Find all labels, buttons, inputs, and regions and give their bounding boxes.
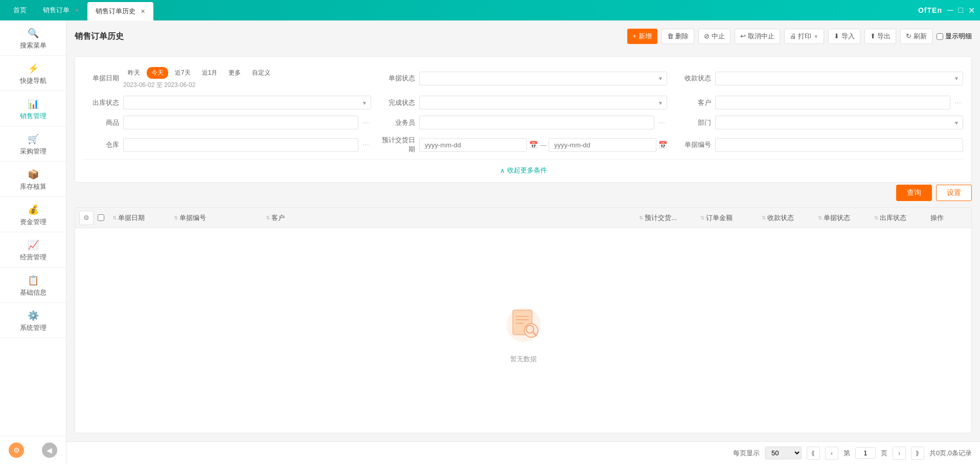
warehouse-label: 仓库 <box>83 140 119 149</box>
sort-icon-order-amount[interactable]: ⇅ <box>700 215 704 220</box>
top-bar: 首页 销售订单 ✕ 销售订单历史 ✕ OfTEn ─ □ ✕ <box>0 0 980 20</box>
customer-more-icon[interactable]: ··· <box>952 98 963 107</box>
show-detail-checkbox[interactable] <box>937 33 943 40</box>
select-all-checkbox[interactable] <box>98 214 104 221</box>
tab-sales-order-history[interactable]: 销售订单历史 ✕ <box>87 2 153 20</box>
calendar-icon-end[interactable]: 📅 <box>658 141 667 149</box>
expected-date-end[interactable] <box>549 138 656 152</box>
collapse-more-btn[interactable]: ∧ 收起更多条件 <box>83 163 963 175</box>
import-button[interactable]: ⬇ 导入 <box>828 29 860 44</box>
sort-icon-out-status[interactable]: ⇅ <box>874 215 878 220</box>
page-last-button[interactable]: ⟫ <box>911 447 924 460</box>
calendar-icon-start[interactable]: 📅 <box>529 141 538 149</box>
window-close[interactable]: ✕ <box>968 6 975 15</box>
receipt-status-select[interactable] <box>715 72 963 85</box>
customer-input[interactable] <box>715 96 950 109</box>
sidebar-settings-icon[interactable]: ⚙ <box>9 443 24 458</box>
export-button[interactable]: ⬆ 导出 <box>864 29 897 44</box>
product-more-icon[interactable]: ··· <box>360 118 371 127</box>
cancel-stop-button[interactable]: ↩ 取消中止 <box>735 29 780 44</box>
delete-button[interactable]: 🗑 删除 <box>662 29 695 44</box>
page-size-label: 每页显示 <box>733 449 760 458</box>
filter-row-1: 单据日期 昨天 今天 近7天 近1月 更多 自定义 <box>83 64 963 93</box>
sort-icon-doc-date[interactable]: ⇅ <box>112 215 117 220</box>
sort-icon-customer[interactable]: ⇅ <box>266 215 270 220</box>
collapse-arrow-icon: ∧ <box>500 167 505 174</box>
col-doc-date: ⇅ 单据日期 <box>108 213 170 223</box>
salesperson-more-icon[interactable]: ··· <box>656 118 667 127</box>
doc-status-control <box>419 72 667 85</box>
expected-date-control: 📅 — 📅 <box>419 138 667 152</box>
customer-label: 客户 <box>675 98 711 107</box>
basic-info-icon: 📋 <box>28 275 39 286</box>
sidebar-item-sales-mgmt[interactable]: 📊 销售管理 <box>0 91 66 126</box>
sort-icon-expected-date[interactable]: ⇅ <box>639 215 643 220</box>
sort-icon-doc-status[interactable]: ⇅ <box>818 215 822 220</box>
warehouse-input[interactable] <box>123 138 358 152</box>
sidebar-item-funds-mgmt[interactable]: 💰 资金管理 <box>0 197 66 232</box>
page-title: 销售订单历史 <box>75 31 124 42</box>
filter-cell-doc-date: 单据日期 昨天 今天 近7天 近1月 更多 自定义 <box>83 64 371 93</box>
window-maximize[interactable]: □ <box>958 6 963 15</box>
col-order-amount: ⇅ 订单金额 <box>696 213 758 223</box>
sidebar-item-sys-mgmt[interactable]: ⚙️ 系统管理 <box>0 303 66 338</box>
sidebar-item-quick-nav[interactable]: ⚡ 快捷导航 <box>0 56 66 91</box>
page-prev-button[interactable]: ‹ <box>825 447 838 460</box>
window-minimize[interactable]: ─ <box>947 6 953 15</box>
date-tag-1month[interactable]: 近1月 <box>197 67 222 79</box>
refresh-button[interactable]: ↻ 刷新 <box>900 29 932 44</box>
doc-number-input[interactable] <box>715 138 963 152</box>
print-dropdown-icon: ▼ <box>813 34 818 39</box>
sidebar-item-basic-info[interactable]: 📋 基础信息 <box>0 268 66 303</box>
inventory-calc-icon: 📦 <box>28 169 39 180</box>
filter-cell-receipt-status: 收款状态 <box>675 64 963 93</box>
date-range-text: 2023-06-02 至 2023-06-02 <box>123 81 275 90</box>
complete-status-label: 完成状态 <box>379 98 415 107</box>
page-first-button[interactable]: ⟪ <box>807 447 820 460</box>
search-button[interactable]: 查询 <box>896 185 932 201</box>
sidebar-item-ops-mgmt[interactable]: 📈 经营管理 <box>0 232 66 268</box>
show-detail-checkbox-label[interactable]: 显示明细 <box>937 32 972 41</box>
date-tag-group: 昨天 今天 近7天 近1月 更多 自定义 <box>123 67 275 79</box>
dept-control <box>715 116 963 129</box>
product-control: ··· <box>123 116 371 129</box>
settings-button[interactable]: 设置 <box>936 185 972 201</box>
doc-status-select[interactable] <box>419 72 667 85</box>
sort-icon-receipt-status[interactable]: ⇅ <box>762 215 766 220</box>
col-customer: ⇅ 客户 <box>262 213 635 223</box>
salesperson-input[interactable] <box>419 116 654 129</box>
sidebar: 🔍 搜索菜单 ⚡ 快捷导航 📊 销售管理 🛒 采购管理 📦 库存核算 💰 资金管… <box>0 20 66 464</box>
complete-status-select[interactable] <box>419 96 667 109</box>
warehouse-more-icon[interactable]: ··· <box>360 140 371 149</box>
sidebar-item-purchase-mgmt[interactable]: 🛒 采购管理 <box>0 126 66 162</box>
dept-select[interactable] <box>715 116 963 129</box>
page-number-input[interactable] <box>855 447 876 459</box>
date-tag-today[interactable]: 今天 <box>147 67 168 79</box>
page-next-button[interactable]: › <box>893 447 906 460</box>
page-content: 销售订单历史 + 新增 🗑 删除 ⊘ 中止 ↩ 取消中止 🖨 打印 ▼ ⬇ 导入… <box>66 20 980 441</box>
sidebar-collapse-icon[interactable]: ◀ <box>42 443 57 458</box>
date-tag-7days[interactable]: 近7天 <box>170 67 195 79</box>
print-button[interactable]: 🖨 打印 ▼ <box>784 29 825 44</box>
tab-home[interactable]: 首页 <box>5 0 35 20</box>
empty-illustration <box>498 297 549 348</box>
sort-icon-doc-number[interactable]: ⇅ <box>174 215 178 220</box>
sidebar-item-inventory-calc[interactable]: 📦 库存核算 <box>0 162 66 197</box>
date-tag-yesterday[interactable]: 昨天 <box>123 67 145 79</box>
table-body: 暂无数据 <box>75 228 971 433</box>
tab-sales-order[interactable]: 销售订单 ✕ <box>35 0 87 20</box>
sidebar-item-search-menu[interactable]: 🔍 搜索菜单 <box>0 20 66 56</box>
tab-sales-order-close[interactable]: ✕ <box>75 7 79 14</box>
page-size-select[interactable]: 10 20 50 100 <box>765 447 802 459</box>
table-gear-button[interactable]: ⚙ <box>79 211 94 225</box>
date-tag-more[interactable]: 更多 <box>224 67 245 79</box>
filter-cell-salesperson: 业务员 ··· <box>379 113 667 132</box>
tab-sales-order-history-close[interactable]: ✕ <box>141 8 145 15</box>
out-status-select[interactable] <box>123 96 371 109</box>
new-button[interactable]: + 新增 <box>627 29 657 44</box>
date-tag-custom[interactable]: 自定义 <box>247 67 275 79</box>
product-input[interactable] <box>123 116 358 129</box>
stop-button[interactable]: ⊘ 中止 <box>698 29 731 44</box>
expected-date-start[interactable] <box>419 138 527 152</box>
filter-cell-product: 商品 ··· <box>83 113 371 132</box>
